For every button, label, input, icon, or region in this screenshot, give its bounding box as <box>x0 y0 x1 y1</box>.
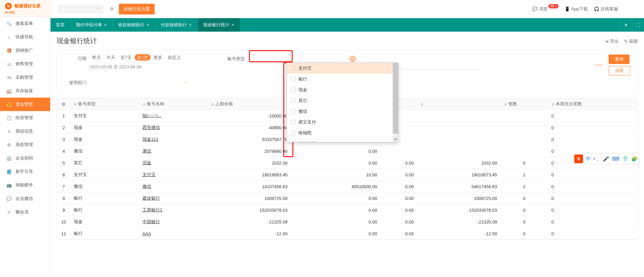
sidebar-item-12[interactable]: 📺智能硬件 <box>0 178 50 192</box>
dropdown-scrollbar[interactable]: ▾ <box>393 63 398 142</box>
dept-input[interactable] <box>90 79 184 88</box>
app-download-button[interactable]: 📱 App下载 <box>565 6 588 12</box>
refresh-button[interactable]: ↻ 刷新 <box>624 38 638 44</box>
table-header-6[interactable]: ▲▼ <box>417 98 500 110</box>
sidebar-item-5[interactable]: 🏭库存核算 <box>0 84 50 98</box>
account-type-input[interactable] <box>248 55 349 63</box>
checkbox-icon[interactable] <box>291 141 296 142</box>
cell-name[interactable]: 支付宝 <box>139 169 208 181</box>
sort-icon[interactable]: ▲▼ <box>142 102 146 106</box>
date-chip-5[interactable]: 自定义 <box>165 54 183 61</box>
date-chip-0[interactable]: 昨天 <box>90 54 103 61</box>
dropdown-option-3[interactable]: 其它 <box>287 95 398 106</box>
tab-2[interactable]: 收款核销执行✕ <box>113 18 155 32</box>
dropdown-option-1[interactable]: 银行 <box>287 74 398 84</box>
table-header-2[interactable]: ▲▼账号名称 <box>139 98 208 110</box>
org-selector[interactable]: ﹀ <box>57 5 104 13</box>
tab-1[interactable]: 预付冲应付单✕ <box>70 18 113 32</box>
table-header-0[interactable]: ⚙ <box>57 98 70 110</box>
table-header-3[interactable]: ▲▼上期余额 <box>207 98 291 110</box>
dropdown-option-6[interactable]: 收钱吧 <box>287 128 398 138</box>
cell-name[interactable]: 建设银行 <box>139 193 208 204</box>
export-button[interactable]: ⇲ 导出 <box>605 38 619 44</box>
cell-name[interactable]: 旧金 <box>139 157 208 169</box>
checkbox-icon[interactable] <box>291 66 296 71</box>
sidebar-item-10[interactable]: 🏢企业协同 <box>0 151 50 165</box>
cell-name[interactable]: 工商银行1 <box>139 204 208 216</box>
logo-area[interactable]: b 畅捷通好生意 标准版 <box>0 0 50 17</box>
sidebar-item-14[interactable]: V畅会员 <box>0 205 50 219</box>
ime-mic-icon[interactable]: 🎤 <box>603 156 609 162</box>
cell-name[interactable]: 中国银行 <box>139 216 208 228</box>
scrollbar-thumb[interactable] <box>393 63 398 134</box>
support-button[interactable]: 🎧 在线客服 <box>594 6 618 12</box>
tab-3[interactable]: 付款核销执行✕ <box>155 18 198 32</box>
table-header-7[interactable]: ▲▼笔数 <box>501 98 548 110</box>
try-plan-button[interactable]: 体验行业方案 <box>119 4 155 14</box>
sort-icon[interactable]: ▲▼ <box>74 102 77 106</box>
ime-lang[interactable]: 中 <box>586 156 591 162</box>
dropdown-option-5[interactable]: 易宝支付 <box>287 117 398 128</box>
date-chip-1[interactable]: 今天 <box>104 54 118 61</box>
table-header-8[interactable]: ▲▼本期支出笔数 <box>548 98 638 110</box>
date-chip-3[interactable]: 近1月 <box>135 54 151 61</box>
user-avatar[interactable] <box>624 6 637 12</box>
tab-fullscreen-button[interactable]: ⛶ <box>632 18 644 32</box>
sidebar-item-7[interactable]: 📋经营管理 <box>0 111 50 125</box>
sidebar-item-13[interactable]: 💬企业微信 <box>0 192 50 205</box>
sort-icon[interactable]: ▲▼ <box>551 102 555 106</box>
cell-name[interactable]: 微信 <box>139 181 208 193</box>
close-icon[interactable]: ✕ <box>104 23 107 27</box>
scroll-down-icon[interactable]: ▾ <box>393 137 398 142</box>
ime-toolbox-icon[interactable]: 🧩 <box>631 156 638 162</box>
cell-name[interactable]: AAA <box>139 228 208 240</box>
dropdown-option-4[interactable]: 微信 <box>287 106 398 117</box>
checkbox-icon[interactable] <box>291 88 296 92</box>
sort-icon[interactable]: ▲▼ <box>504 102 507 106</box>
gear-icon[interactable]: ⚙ <box>62 102 66 107</box>
collapse-icon[interactable]: ︿ <box>349 56 356 62</box>
dropdown-option-7[interactable]: 长沙银行 <box>287 138 398 142</box>
cell-name[interactable]: 陆(○○○)... <box>139 110 208 122</box>
sidebar-item-6[interactable]: 💰资金管理 <box>0 98 50 111</box>
close-icon[interactable]: ✕ <box>146 23 150 27</box>
sidebar-item-9[interactable]: ⚙系统管理 <box>0 138 50 151</box>
checkbox-icon[interactable] <box>291 120 296 125</box>
close-icon[interactable]: ✕ <box>189 23 192 27</box>
sort-icon[interactable]: ▲▼ <box>211 102 214 106</box>
checkbox-icon[interactable] <box>291 98 296 103</box>
dept-select[interactable]: ﹀ <box>90 79 189 88</box>
ime-skin-icon[interactable]: 👕 <box>622 156 629 162</box>
more-filters-button[interactable]: ••• <box>596 63 603 68</box>
tab-close-all-button[interactable]: ✕ <box>620 18 632 32</box>
gear-icon[interactable]: ⚙ <box>110 6 114 11</box>
sidebar-item-1[interactable]: ⌂快捷导航 <box>0 30 50 44</box>
tab-0[interactable]: 首页 <box>51 18 70 32</box>
query-button[interactable]: 查询 <box>609 55 630 64</box>
checkbox-icon[interactable] <box>291 77 296 81</box>
date-chip-4[interactable]: 更多 <box>151 54 165 61</box>
sidebar-item-8[interactable]: ≡基础信息 <box>0 125 50 138</box>
sidebar-item-0[interactable]: 🔍搜索菜单 <box>0 17 50 30</box>
checkbox-icon[interactable] <box>291 131 296 135</box>
sort-icon[interactable]: ▲▼ <box>420 102 424 106</box>
ime-toolbar[interactable]: S 中 •， 🎤 ⌨ 👕 🧩 <box>572 153 640 164</box>
cell-name[interactable]: 西安微信 <box>139 122 208 134</box>
sidebar-item-3[interactable]: 🗂销售管理 <box>0 57 50 71</box>
cell-name[interactable]: 现金111 <box>139 134 208 145</box>
dropdown-option-0[interactable]: 支付宝 <box>287 63 398 74</box>
dropdown-option-2[interactable]: 现金 <box>287 84 398 95</box>
cell-name[interactable]: 测试 <box>139 145 208 157</box>
notifications-button[interactable]: 💬 消息 99 + <box>532 6 558 12</box>
sidebar-item-11[interactable]: 📘新手引导 <box>0 165 50 178</box>
sidebar-item-2[interactable]: 🎁营销推广 <box>0 44 50 57</box>
sidebar-item-4[interactable]: 🛍采购管理 <box>0 71 50 84</box>
close-icon[interactable]: ✕ <box>231 23 234 27</box>
ime-keyboard-icon[interactable]: ⌨ <box>612 156 619 162</box>
ime-punct-icon[interactable]: •， <box>593 156 600 162</box>
settings-button[interactable]: 设置 <box>609 66 630 75</box>
table-header-1[interactable]: ▲▼账号类型 <box>70 98 139 110</box>
tab-4[interactable]: 现金银行统计✕ <box>198 18 240 32</box>
checkbox-icon[interactable] <box>291 109 296 114</box>
date-chip-2[interactable]: 近7天 <box>118 54 134 61</box>
